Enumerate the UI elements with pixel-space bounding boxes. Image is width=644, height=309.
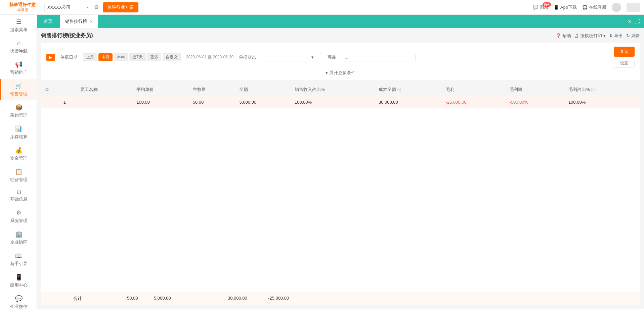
sidebar-item-system[interactable]: ⚙ 系统管理: [0, 206, 37, 227]
tab-sales-ranking[interactable]: 销售排行榜 ✕: [60, 15, 98, 28]
page-actions: ❓ 帮助 🖨 按模板打印 ▾ ⬇ 导出 ↻ 刷新: [556, 33, 640, 39]
col-amount: 全额: [235, 83, 290, 96]
home-icon: ⌂: [17, 40, 21, 47]
headset-icon: 🎧: [582, 5, 588, 10]
sidebar-item-base-info[interactable]: EI 基础信息: [0, 186, 37, 206]
goods-input[interactable]: ...: [342, 53, 416, 61]
row-gross-pct: 100.00%: [564, 96, 640, 108]
sidebar-label-search: 搜索菜单: [10, 27, 28, 33]
message-button[interactable]: 💬 消息 99+: [533, 4, 548, 10]
date-btn-this-month[interactable]: 本月: [98, 53, 113, 61]
sidebar-label-finance: 资金管理: [10, 155, 28, 161]
footer-settings-cell: [45, 296, 56, 302]
date-btn-this-year[interactable]: 本年: [114, 53, 128, 61]
print-template-button[interactable]: 🖨 按模板打印 ▾: [574, 33, 606, 39]
sidebar-item-sales[interactable]: 🛒 销售管理: [0, 79, 37, 100]
footer-rank-cell: [56, 296, 69, 302]
app-download-button[interactable]: 📱 App下载: [554, 4, 577, 10]
online-service-button[interactable]: 🎧 在线客服: [582, 4, 606, 10]
footer-avg-price: [96, 296, 123, 302]
marketing-icon: 📢: [15, 61, 23, 68]
top-right-area: 💬 消息 99+ 📱 App下载 🎧 在线客服: [533, 3, 640, 12]
filter-bar: ▶ 单据日期 上月 本月 本年 近7天 更多 自定义 2023-06-01 至 …: [41, 43, 640, 80]
enterprise-icon: 🏢: [15, 230, 23, 238]
date-btn-custom[interactable]: 自定义: [163, 53, 181, 61]
col-quantity: 主数量: [189, 83, 235, 96]
filter-settings-button[interactable]: 设置: [614, 59, 635, 68]
sidebar-item-guide[interactable]: 📖 新手引导: [0, 249, 37, 270]
logo-sub: 标准版: [17, 7, 28, 12]
row-name: [76, 96, 132, 108]
sidebar-item-inventory[interactable]: 📊 库存核算: [0, 122, 37, 143]
sidebar-item-purchase[interactable]: 📦 采购管理: [0, 100, 37, 122]
col-cost-amount: 成本全额 ⓘ: [375, 83, 442, 96]
app-icon: 📱: [554, 5, 559, 10]
sidebar-label-system: 系统管理: [10, 218, 28, 224]
export-button[interactable]: ⬇ 导出: [609, 33, 623, 39]
table-row: 1 100.00 50.00 5,000.00 100.00% 30,000.0…: [41, 96, 640, 108]
app-label: App下载: [560, 4, 577, 10]
sidebar-item-enterprise[interactable]: 🏢 企业协同: [0, 227, 37, 249]
sidebar-item-operations[interactable]: 📋 经营管理: [0, 165, 37, 186]
sidebar-item-search[interactable]: ☰ 搜索菜单: [0, 15, 37, 36]
export-label: 导出: [614, 33, 623, 39]
gross-info-icon: ⓘ: [591, 88, 595, 92]
sidebar-label-wechat: 企业微信: [10, 304, 28, 309]
refresh-button[interactable]: ↻ 刷新: [626, 33, 640, 39]
sidebar-label-purchase: 采购管理: [10, 112, 28, 118]
sidebar-item-app-center[interactable]: 📱 应用中心: [0, 270, 37, 292]
row-amount: 5,000.00: [235, 96, 290, 108]
footer-amount: 5,000.00: [150, 296, 183, 302]
tab-home-label: 首页: [44, 18, 52, 24]
col-gross-pct: 毛利占比% ⓘ: [564, 83, 640, 96]
user-name-area[interactable]: [627, 3, 640, 12]
filter-toggle-button[interactable]: ▶: [46, 54, 55, 61]
date-btn-more[interactable]: 更多: [147, 53, 161, 61]
settings-icon[interactable]: ⚙: [94, 4, 99, 10]
date-btn-last-month[interactable]: 上月: [83, 53, 97, 61]
tab-sales-ranking-label: 销售排行榜: [65, 18, 87, 24]
company-name: XXXXX公司: [47, 4, 85, 10]
tab-home[interactable]: 首页: [37, 15, 59, 28]
row-rank: 1: [53, 96, 76, 108]
date-buttons: 上月 本月 本年 近7天 更多 自定义: [83, 53, 181, 61]
more-conditions-toggle[interactable]: ▾ 展开更多条件: [46, 68, 635, 76]
expand-icon: ▾: [326, 70, 328, 75]
sidebar-label-inventory: 库存核算: [10, 134, 28, 140]
sidebar-item-marketing[interactable]: 📢 营销推广: [0, 57, 37, 79]
base-info-icon: EI: [16, 190, 21, 195]
top-bar: 畅康通好生意 标准版 XXXXX公司 ▾ ⚙ 体验行业方案 💬 消息 99+ 📱…: [0, 0, 644, 15]
col-settings[interactable]: ⚙: [41, 83, 53, 96]
sidebar-item-finance[interactable]: 💰 资金管理: [0, 143, 37, 165]
avatar[interactable]: [612, 3, 621, 12]
date-btn-7days[interactable]: 近7天: [129, 53, 146, 61]
company-selector[interactable]: XXXXX公司 ▾: [44, 3, 91, 12]
table-header-row: ⚙ 员工名称 平均单价 主数量 全额 销售收入占比% 成本全额 ⓘ 毛利 毛利率: [41, 83, 640, 96]
query-button[interactable]: 查询: [614, 47, 635, 57]
sales-icon: 🛒: [15, 82, 23, 90]
tab-close-window-icon[interactable]: ✕: [628, 18, 632, 25]
status-chevron-icon: ▾: [311, 55, 314, 60]
sidebar-label-enterprise: 企业协同: [10, 239, 28, 245]
page-content: 销售排行榜(按业务员) ❓ 帮助 🖨 按模板打印 ▾ ⬇ 导出: [37, 28, 644, 309]
sidebar-item-quick-nav[interactable]: ⌂ 快捷导航: [0, 36, 37, 57]
date-label: 单据日期: [60, 54, 78, 60]
sidebar-label-app-center: 应用中心: [10, 282, 28, 288]
sidebar-label-marketing: 营销推广: [10, 69, 28, 75]
page-header: 销售排行榜(按业务员) ❓ 帮助 🖨 按模板打印 ▾ ⬇ 导出: [41, 32, 640, 39]
footer-label: 合计: [69, 296, 96, 302]
tab-maximize-icon[interactable]: ⛶: [635, 18, 640, 24]
sidebar-item-wechat[interactable]: 💬 企业微信: [0, 292, 37, 309]
help-button[interactable]: ❓ 帮助: [556, 33, 571, 39]
print-label: 按模板打印: [580, 33, 602, 39]
content-area: 首页 销售排行榜 ✕ ✕ ⛶ 销售排行榜(按业务员) ❓ 帮助: [37, 15, 644, 309]
main-layout: ☰ 搜索菜单 ⌂ 快捷导航 📢 营销推广 🛒 销售管理 📦 采购管理 📊 库存核…: [0, 15, 644, 309]
print-arrow-icon: ▾: [603, 33, 606, 38]
logo-area: 畅康通好生意 标准版: [4, 2, 41, 12]
footer-cells: 合计 50.00 5,000.00 30,000.00 -25,000.00: [45, 296, 636, 302]
tab-close-icon[interactable]: ✕: [90, 19, 93, 24]
app-center-icon: 📱: [15, 273, 23, 281]
trial-button[interactable]: 体验行业方案: [103, 2, 138, 12]
col-name: 员工名称: [76, 83, 132, 96]
status-select[interactable]: ▾: [262, 53, 322, 61]
